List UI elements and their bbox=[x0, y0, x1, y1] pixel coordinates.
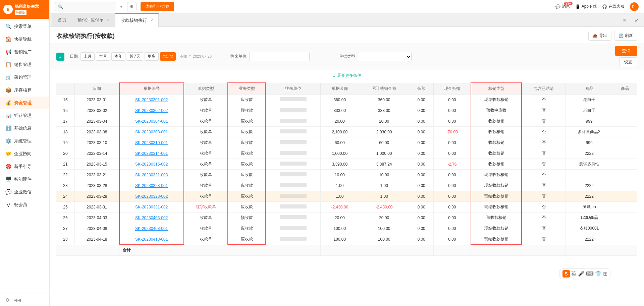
industry-btn[interactable]: 体验行业方案 bbox=[141, 2, 174, 11]
sidebar-item-purchase[interactable]: 🛒采购管理 bbox=[0, 71, 49, 84]
bill-link[interactable]: SK-20230314-001 bbox=[135, 151, 168, 156]
cell-r5-c2[interactable]: SK-20230314-001 bbox=[119, 148, 184, 159]
last-7days-btn[interactable]: 近7天 bbox=[127, 52, 143, 61]
tab-receipt[interactable]: 收款核销执行✕ bbox=[115, 13, 159, 27]
bill-link[interactable]: SK-20230308-001 bbox=[135, 130, 168, 134]
app-download-btn[interactable]: 📱 App下载 bbox=[575, 4, 597, 9]
bill-link[interactable]: SK-20230321-003 bbox=[135, 173, 168, 177]
close-tab-btn[interactable]: ✕ bbox=[620, 15, 629, 25]
cell-r8-c2[interactable]: SK-20230328-001 bbox=[119, 180, 184, 191]
table-row: 272023-04-08SK-20230408-001收款单应收款100.001… bbox=[56, 223, 637, 234]
bill-link[interactable]: SK-20230403-002 bbox=[135, 216, 168, 220]
cell-r9-c2[interactable]: SK-20230328-002 bbox=[119, 191, 184, 202]
tab-close-payable[interactable]: ✕ bbox=[107, 18, 110, 22]
cell-r4-c12: 999 bbox=[566, 137, 613, 148]
sidebar-item-system[interactable]: ⚙️系统管理 bbox=[0, 135, 49, 147]
cell-r11-c13 bbox=[613, 212, 637, 223]
cell-r7-c2[interactable]: SK-20230321-003 bbox=[119, 170, 184, 180]
sidebar-item-hardware[interactable]: 🖥️智能硬件 bbox=[0, 173, 49, 186]
custom-date-btn[interactable]: 自定义 bbox=[160, 52, 176, 61]
cell-r7-c5 bbox=[266, 170, 320, 180]
more-btn[interactable]: 更多 bbox=[145, 52, 159, 61]
bill-type-select[interactable] bbox=[358, 52, 412, 61]
cell-r10-c2[interactable]: SK-20230331-002 bbox=[119, 202, 184, 212]
tab-home[interactable]: 首页 bbox=[52, 13, 72, 27]
bill-link[interactable]: SK-20230302-002 bbox=[135, 108, 168, 113]
sidebar-item-label-marketing: 营销推广 bbox=[14, 49, 32, 55]
bill-link[interactable]: SK-20230328-002 bbox=[135, 194, 168, 199]
bill-link[interactable]: SK-20230315-002 bbox=[135, 162, 168, 167]
maximize-tab-btn[interactable]: ⤢ bbox=[632, 15, 641, 25]
topbar-dropdown[interactable]: ▼ bbox=[119, 5, 123, 9]
bill-link[interactable]: SK-20230304-001 bbox=[135, 119, 168, 124]
cell-r8-c5 bbox=[266, 180, 320, 191]
cell-r6-c2[interactable]: SK-20230315-002 bbox=[119, 159, 184, 170]
settings-btn[interactable]: 设置 bbox=[619, 57, 637, 67]
bill-link[interactable]: SK-20230418-001 bbox=[135, 237, 168, 242]
cell-r11-c11: 否 bbox=[522, 212, 566, 223]
sidebar-item-shortcut[interactable]: 🏠快捷导航 bbox=[0, 33, 49, 46]
tab-close-receipt[interactable]: ✕ bbox=[150, 18, 153, 22]
cell-r5-c7: 1,000.00 bbox=[359, 148, 409, 159]
sidebar-item-wechat[interactable]: 💬企业微信 bbox=[0, 186, 49, 198]
sidebar-item-guide[interactable]: 🎯新手引导 bbox=[0, 160, 49, 173]
topbar-gear-btn[interactable]: ⚙ bbox=[127, 2, 137, 11]
last-month-btn[interactable]: 上月 bbox=[80, 52, 95, 61]
collapse-icon[interactable]: ◀◀ bbox=[14, 297, 21, 303]
cell-r13-c2[interactable]: SK-20230418-001 bbox=[119, 234, 184, 245]
logo-text: 畅康道好生意 标推版 bbox=[15, 4, 39, 15]
marketing-icon: 📢 bbox=[5, 49, 11, 55]
basic-icon: ℹ️ bbox=[5, 125, 11, 131]
cell-r3-c11: 否 bbox=[522, 127, 566, 137]
cell-r11-c2[interactable]: SK-20230403-002 bbox=[119, 212, 184, 223]
bill-link[interactable]: SK-20230408-001 bbox=[135, 226, 168, 231]
cell-r7-c12 bbox=[566, 170, 613, 180]
cell-r4-c2[interactable]: SK-20230310-001 bbox=[119, 137, 184, 148]
sidebar-menu: 🔍搜索菜单🏠快捷导航📢营销推广📋销售管理🛒采购管理📦库存核算💰资金管理📊经营管理… bbox=[0, 19, 49, 294]
export-btn[interactable]: 📤 导出 bbox=[588, 31, 611, 41]
sidebar-item-inventory[interactable]: 📦库存核算 bbox=[0, 84, 49, 97]
sidebar-item-enterprise[interactable]: 🤝企业协同 bbox=[0, 147, 49, 160]
messages-btn[interactable]: 💬 消息 99+ bbox=[555, 4, 570, 9]
sidebar-item-marketing[interactable]: 📢营销推广 bbox=[0, 46, 49, 58]
filter-toggle-btn[interactable]: » bbox=[56, 53, 64, 61]
query-btn[interactable]: 查询 bbox=[615, 46, 637, 56]
sidebar-item-operation[interactable]: 📊经营管理 bbox=[0, 109, 49, 122]
cell-r2-c2[interactable]: SK-20230304-001 bbox=[119, 116, 184, 127]
sidebar-item-finance[interactable]: 💰资金管理 bbox=[0, 97, 49, 109]
this-year-btn[interactable]: 本年 bbox=[111, 52, 125, 61]
partner-input[interactable] bbox=[249, 52, 310, 61]
cell-r2-c1: 2023-03-04 bbox=[74, 116, 119, 127]
online-service-btn[interactable]: 🎧 在线客服 bbox=[602, 4, 625, 9]
cell-r12-c2[interactable]: SK-20230408-001 bbox=[119, 223, 184, 234]
sidebar-bottom: ⚙ ◀◀ bbox=[0, 294, 49, 306]
col-header-0 bbox=[56, 83, 74, 95]
cell-r8-c4: 应收款 bbox=[228, 180, 266, 191]
sidebar-item-basic[interactable]: ℹ️基础信息 bbox=[0, 122, 49, 135]
sidebar-item-sales[interactable]: 📋销售管理 bbox=[0, 58, 49, 71]
cell-r11-c0: 26 bbox=[56, 212, 74, 223]
search-input[interactable] bbox=[65, 4, 99, 9]
cell-r1-c2[interactable]: SK-20230302-002 bbox=[119, 105, 184, 116]
bill-link[interactable]: SK-20230328-001 bbox=[135, 183, 168, 188]
expand-conditions-btn[interactable]: ⌄ 展开更多条件 bbox=[332, 73, 361, 78]
user-avatar[interactable]: Rit bbox=[630, 2, 639, 11]
bill-link[interactable]: SK-20230301-002 bbox=[135, 98, 168, 102]
watermark-s-icon: S bbox=[562, 270, 570, 278]
cell-r13-c0: 28 bbox=[56, 234, 74, 245]
bill-link[interactable]: SK-20230331-002 bbox=[135, 205, 168, 209]
bill-link[interactable]: SK-20230310-001 bbox=[135, 140, 168, 145]
cell-r0-c2[interactable]: SK-20230301-002 bbox=[119, 95, 184, 105]
tab-payable[interactable]: 预付冲应付单✕ bbox=[72, 13, 115, 27]
sidebar-item-search[interactable]: 🔍搜索菜单 bbox=[0, 20, 49, 33]
cell-r3-c2[interactable]: SK-20230308-001 bbox=[119, 127, 184, 137]
settings-icon[interactable]: ⚙ bbox=[5, 297, 10, 303]
topbar-search-box[interactable]: 🔍 bbox=[55, 2, 115, 11]
sidebar-item-member[interactable]: V畅会员 bbox=[0, 198, 49, 211]
refresh-btn[interactable]: 🔄 刷新 bbox=[614, 31, 637, 41]
this-month-btn[interactable]: 本月 bbox=[96, 52, 110, 61]
data-table-wrap: 日期单据编号单据类型业务类型往来单位单据金额累计核销金额余额现金折扣核销类型包含… bbox=[50, 82, 644, 306]
cell-r5-c1: 2023-03-14 bbox=[74, 148, 119, 159]
cell-r4-c7: 60.00 bbox=[359, 137, 409, 148]
logo-icon: 6 bbox=[3, 5, 13, 14]
